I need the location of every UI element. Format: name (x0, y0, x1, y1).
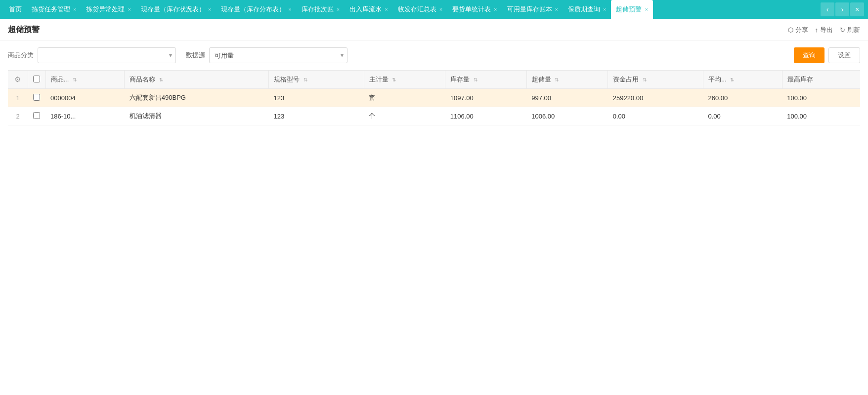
filter-area: 商品分类 ▾ 数据源 可用量 库存量 ▾ 查询 设置 (0, 40, 868, 70)
close-tab-8-icon[interactable]: × (555, 6, 558, 12)
row-stock-0: 1097.00 (445, 89, 526, 107)
col-header-max-stock[interactable]: 最高库存 (782, 71, 860, 89)
close-tab-10-icon[interactable]: × (645, 6, 648, 12)
row-index-1: 2 (8, 107, 28, 125)
row-product-code-1: 186-10... (45, 107, 125, 125)
col-header-product-name[interactable]: 商品名称 ⇅ (125, 71, 269, 89)
sort-unit-icon[interactable]: ⇅ (392, 77, 396, 82)
nav-tab-7[interactable]: 要货单统计表 × (447, 0, 502, 19)
close-tab-2-icon[interactable]: × (208, 6, 211, 12)
select-all-checkbox[interactable] (33, 76, 40, 82)
data-source-filter: 数据源 可用量 库存量 ▾ (186, 47, 347, 63)
nav-tab-0[interactable]: 拣货任务管理 × (27, 0, 81, 19)
nav-prev-btn[interactable]: ‹ (821, 2, 834, 16)
close-tab-3-icon[interactable]: × (288, 6, 291, 12)
refresh-button[interactable]: ↻ 刷新 (840, 26, 860, 35)
nav-tab-3[interactable]: 现存量（库存分布表） × (216, 0, 296, 19)
settings-button[interactable]: 设置 (828, 47, 860, 63)
commodity-class-select[interactable] (38, 47, 176, 63)
row-spec-1: 123 (269, 107, 364, 125)
close-tab-7-icon[interactable]: × (494, 6, 497, 12)
table-container: ⚙ 商品... ⇅ 商品名称 ⇅ 规格型号 ⇅ (0, 70, 868, 125)
share-button[interactable]: ⬡ 分享 (788, 26, 808, 35)
commodity-class-select-wrapper: ▾ (38, 47, 176, 63)
row-spec-0: 123 (269, 89, 364, 107)
sort-product-code-icon[interactable]: ⇅ (73, 77, 77, 82)
table-header-row: ⚙ 商品... ⇅ 商品名称 ⇅ 规格型号 ⇅ (8, 71, 860, 89)
table-row: 2 186-10... 机油滤清器 123 个 1106.00 1006.00 … (8, 107, 860, 125)
export-icon: ↑ (815, 26, 819, 34)
page-header: 超储预警 ⬡ 分享 ↑ 导出 ↻ 刷新 (0, 19, 868, 40)
header-actions: ⬡ 分享 ↑ 导出 ↻ 刷新 (788, 26, 861, 35)
data-source-select[interactable]: 可用量 库存量 (209, 47, 347, 63)
row-product-name-0: 六配套新昌490BPG (125, 89, 269, 107)
sort-stock-icon[interactable]: ⇅ (474, 77, 477, 82)
table-body: 1 0000004 六配套新昌490BPG 123 套 1097.00 997.… (8, 89, 860, 125)
sort-product-name-icon[interactable]: ⇅ (159, 77, 163, 82)
row-unit-1: 个 (364, 107, 445, 125)
nav-home[interactable]: 首页 (4, 0, 27, 19)
nav-close-all-btn[interactable]: × (850, 2, 864, 16)
col-header-capital[interactable]: 资金占用 ⇅ (608, 71, 703, 89)
nav-tab-6[interactable]: 收发存汇总表 × (393, 0, 447, 19)
col-header-settings[interactable]: ⚙ (8, 71, 28, 89)
row-capital-0: 259220.00 (608, 89, 703, 107)
sort-over-stock-icon[interactable]: ⇅ (555, 77, 559, 82)
nav-tab-9[interactable]: 保质期查询 × (563, 0, 611, 19)
col-header-over-stock[interactable]: 超储量 ⇅ (526, 71, 608, 89)
close-tab-6-icon[interactable]: × (439, 6, 442, 12)
close-tab-0-icon[interactable]: × (73, 6, 76, 12)
col-header-stock[interactable]: 库存量 ⇅ (445, 71, 526, 89)
commodity-class-label: 商品分类 (8, 51, 34, 60)
data-source-select-wrapper: 可用量 库存量 ▾ (209, 47, 347, 63)
table-row: 1 0000004 六配套新昌490BPG 123 套 1097.00 997.… (8, 89, 860, 107)
row-over-stock-0: 997.00 (526, 89, 608, 107)
close-tab-9-icon[interactable]: × (603, 6, 606, 12)
nav-arrows: ‹ › × (820, 2, 864, 16)
col-header-product-code[interactable]: 商品... ⇅ (45, 71, 125, 89)
row-avg-0: 260.00 (703, 89, 782, 107)
nav-tab-4[interactable]: 库存批次账 × (297, 0, 345, 19)
col-header-checkbox[interactable] (28, 71, 45, 89)
row-max-stock-0: 100.00 (782, 89, 860, 107)
row-checkbox-cell-0[interactable] (28, 89, 45, 107)
main-content: 超储预警 ⬡ 分享 ↑ 导出 ↻ 刷新 商品分类 ▾ (0, 19, 868, 395)
nav-tab-2[interactable]: 现存量（库存状况表） × (136, 0, 216, 19)
row-product-code-0: 0000004 (45, 89, 125, 107)
row-checkbox-0[interactable] (33, 94, 40, 101)
row-product-name-1: 机油滤清器 (125, 107, 269, 125)
close-tab-1-icon[interactable]: × (128, 6, 130, 12)
row-capital-1: 0.00 (608, 107, 703, 125)
col-header-spec[interactable]: 规格型号 ⇅ (269, 71, 364, 89)
refresh-icon: ↻ (840, 26, 845, 34)
row-stock-1: 1106.00 (445, 107, 526, 125)
share-icon: ⬡ (788, 26, 793, 34)
settings-gear-icon[interactable]: ⚙ (14, 75, 21, 83)
sort-spec-icon[interactable]: ⇅ (304, 77, 307, 82)
close-tab-5-icon[interactable]: × (385, 6, 388, 12)
query-button[interactable]: 查询 (794, 47, 825, 63)
nav-tab-8[interactable]: 可用量库存账本 × (502, 0, 563, 19)
row-checkbox-1[interactable] (33, 112, 40, 119)
page-title: 超储预警 (8, 25, 40, 35)
close-tab-4-icon[interactable]: × (337, 6, 340, 12)
nav-tab-1[interactable]: 拣货异常处理 × (81, 0, 135, 19)
row-avg-1: 0.00 (703, 107, 782, 125)
top-nav: 首页 拣货任务管理 × 拣货异常处理 × 现存量（库存状况表） × 现存量（库存… (0, 0, 868, 19)
filter-action-buttons: 查询 设置 (794, 47, 860, 63)
row-unit-0: 套 (364, 89, 445, 107)
nav-tab-5[interactable]: 出入库流水 × (345, 0, 392, 19)
row-index-0: 1 (8, 89, 28, 107)
row-checkbox-cell-1[interactable] (28, 107, 45, 125)
export-button[interactable]: ↑ 导出 (815, 26, 833, 35)
sort-capital-icon[interactable]: ⇅ (643, 77, 647, 82)
nav-tab-10[interactable]: 超储预警 × (611, 0, 652, 19)
col-header-avg[interactable]: 平均... ⇅ (703, 71, 782, 89)
col-header-unit[interactable]: 主计量 ⇅ (364, 71, 445, 89)
row-max-stock-1: 100.00 (782, 107, 860, 125)
row-over-stock-1: 1006.00 (526, 107, 608, 125)
data-table: ⚙ 商品... ⇅ 商品名称 ⇅ 规格型号 ⇅ (8, 70, 860, 125)
nav-next-btn[interactable]: › (835, 2, 849, 16)
commodity-class-filter: 商品分类 ▾ (8, 47, 176, 63)
sort-avg-icon[interactable]: ⇅ (730, 77, 734, 82)
